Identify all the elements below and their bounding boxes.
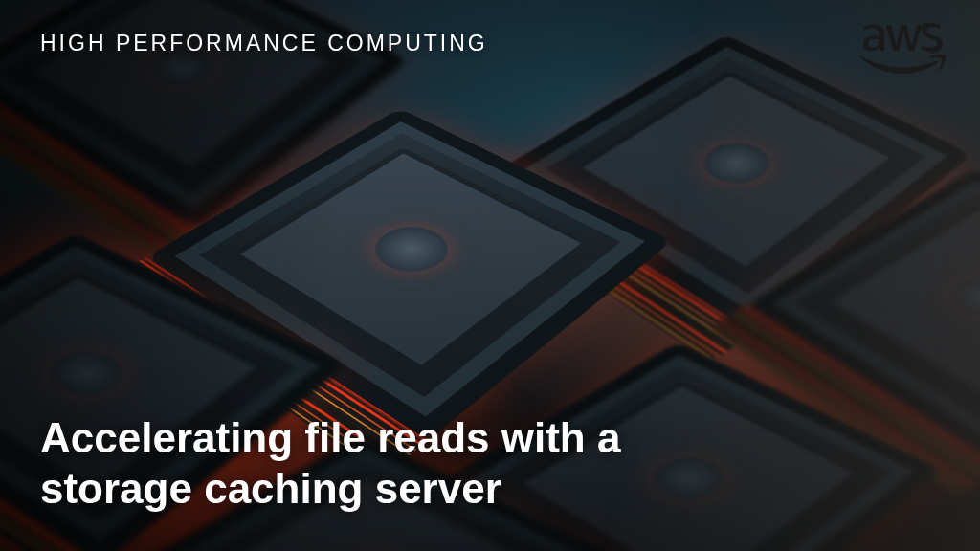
category-label: HIGH PERFORMANCE COMPUTING xyxy=(40,31,488,56)
aws-logo xyxy=(859,23,946,78)
headline-title: Accelerating file reads with a storage c… xyxy=(40,412,653,515)
aws-logo-icon xyxy=(859,23,946,75)
